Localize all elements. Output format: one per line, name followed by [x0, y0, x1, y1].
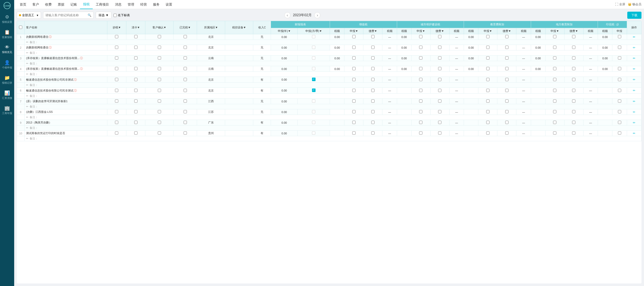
qingka-cell[interactable] [126, 109, 145, 115]
edu-pay-cell[interactable] [497, 99, 516, 104]
local-apply-checkbox[interactable] [553, 89, 556, 92]
local-apply-checkbox[interactable] [553, 78, 556, 81]
paid-cell[interactable] [173, 45, 197, 50]
stamp-apply-cell[interactable] [612, 109, 627, 115]
local-apply-cell[interactable] [545, 88, 564, 94]
confirm-cell[interactable] [145, 120, 173, 126]
city-pay-cell[interactable] [430, 99, 449, 104]
vat-pay-cell[interactable] [363, 109, 382, 115]
edu-apply-cell[interactable] [478, 66, 497, 72]
local-apply-cell[interactable] [545, 131, 564, 136]
fullscreen-btn[interactable]: ⛶ 全屏 [615, 2, 625, 7]
local-apply-cell[interactable] [545, 56, 564, 61]
nav-invoice[interactable]: 票据 [55, 0, 67, 9]
local-pay-checkbox[interactable] [572, 78, 575, 81]
stamp-apply-checkbox[interactable] [618, 67, 621, 70]
qingka-checkbox[interactable] [134, 67, 138, 70]
vat-apply-cell[interactable] [344, 88, 363, 94]
local-pay-cell[interactable] [564, 77, 583, 83]
city-apply-checkbox[interactable] [419, 56, 422, 60]
qingka-cell[interactable] [126, 131, 145, 136]
vat-apply-cell[interactable] [344, 77, 363, 83]
chaoshui-cell[interactable] [107, 109, 126, 115]
local-apply-checkbox[interactable] [553, 131, 556, 135]
action-cell[interactable]: ✏ [627, 131, 641, 136]
action-cell[interactable]: ✏ [627, 88, 641, 94]
chaoshui-cell[interactable] [107, 66, 126, 72]
name-list-checkbox-label[interactable]: 名下标表 [113, 13, 130, 17]
stamp-apply-checkbox[interactable] [618, 35, 621, 38]
city-pay-checkbox[interactable] [438, 121, 441, 124]
paid-cell[interactable] [173, 66, 197, 72]
local-pay-cell[interactable] [564, 66, 583, 72]
stamp-apply-checkbox[interactable] [618, 110, 621, 113]
local-pay-cell[interactable] [564, 45, 583, 50]
edu-apply-cell[interactable] [478, 120, 497, 126]
confirm-cell[interactable] [145, 131, 173, 136]
edit-icon[interactable]: ✏ [633, 46, 635, 49]
city-apply-checkbox[interactable] [419, 67, 422, 70]
stamp-apply-checkbox[interactable] [618, 121, 621, 124]
city-apply-cell[interactable] [411, 56, 430, 61]
city-pay-cell[interactable] [430, 120, 449, 126]
vat-apply-checkbox[interactable] [352, 89, 356, 92]
city-pay-checkbox[interactable] [438, 110, 441, 113]
confirm-checkbox[interactable] [158, 89, 161, 92]
edit-icon[interactable]: ✏ [633, 132, 635, 135]
paid-checkbox[interactable] [184, 56, 187, 60]
local-pay-cell[interactable] [564, 99, 583, 104]
confirm-cell[interactable] [145, 77, 173, 83]
edit-icon[interactable]: ✏ [633, 78, 635, 81]
confirm-checkbox[interactable] [158, 121, 161, 124]
stamp-apply-cell[interactable] [612, 34, 627, 40]
vat-apply-checkbox[interactable] [352, 131, 356, 135]
confirm-cell[interactable] [145, 99, 173, 104]
local-apply-checkbox[interactable] [553, 99, 556, 103]
download-button[interactable]: 下载 [627, 12, 641, 19]
edu-pay-checkbox[interactable] [505, 131, 509, 135]
action-cell[interactable]: ✏ [627, 56, 641, 61]
qingka-checkbox[interactable] [134, 131, 138, 135]
local-apply-cell[interactable] [545, 45, 564, 50]
qingka-checkbox[interactable] [134, 35, 138, 38]
local-apply-cell[interactable] [545, 99, 564, 104]
col-sub-edu-pay[interactable]: 缴费▼ [497, 28, 516, 34]
vat-pay-cell[interactable] [363, 120, 382, 126]
local-pay-cell[interactable] [564, 120, 583, 126]
local-apply-checkbox[interactable] [553, 67, 556, 70]
vat-apply-cell[interactable] [344, 34, 363, 40]
fin-month-cell[interactable] [298, 120, 330, 126]
edu-pay-cell[interactable] [497, 88, 516, 94]
edu-pay-cell[interactable] [497, 45, 516, 50]
action-cell[interactable]: ✏ [627, 45, 641, 50]
city-apply-checkbox[interactable] [419, 110, 422, 113]
chaoshui-checkbox[interactable] [115, 89, 118, 92]
local-pay-checkbox[interactable] [572, 56, 575, 60]
vat-pay-checkbox[interactable] [371, 131, 375, 135]
chaoshui-checkbox[interactable] [115, 67, 118, 70]
edit-icon[interactable]: ✏ [633, 100, 635, 103]
sidebar-item-annual-report[interactable]: 🏢 工商年报 [0, 102, 14, 118]
vat-apply-checkbox[interactable] [352, 99, 356, 103]
action-cell[interactable]: ✏ [627, 99, 641, 104]
city-apply-checkbox[interactable] [419, 89, 422, 92]
edit-icon[interactable]: ✏ [633, 110, 635, 114]
vat-apply-checkbox[interactable] [352, 67, 356, 70]
city-pay-cell[interactable] [430, 88, 449, 94]
edu-apply-checkbox[interactable] [486, 89, 490, 92]
vat-pay-checkbox[interactable] [371, 89, 375, 92]
confirm-checkbox[interactable] [158, 110, 161, 113]
local-pay-checkbox[interactable] [572, 121, 575, 124]
stamp-apply-checkbox[interactable] [618, 99, 621, 103]
vat-apply-checkbox[interactable] [352, 35, 356, 38]
paid-cell[interactable] [173, 120, 197, 126]
col-header-region[interactable]: 所属地区▼ [197, 21, 225, 34]
vat-apply-cell[interactable] [344, 45, 363, 50]
paid-checkbox[interactable] [184, 67, 187, 70]
local-pay-cell[interactable] [564, 109, 583, 115]
col-header-paid[interactable]: 已完税▼ [173, 21, 197, 34]
city-pay-cell[interactable] [430, 77, 449, 83]
qingka-checkbox[interactable] [134, 78, 138, 81]
vat-apply-checkbox[interactable] [352, 121, 356, 124]
fin-month-cell[interactable] [298, 99, 330, 104]
